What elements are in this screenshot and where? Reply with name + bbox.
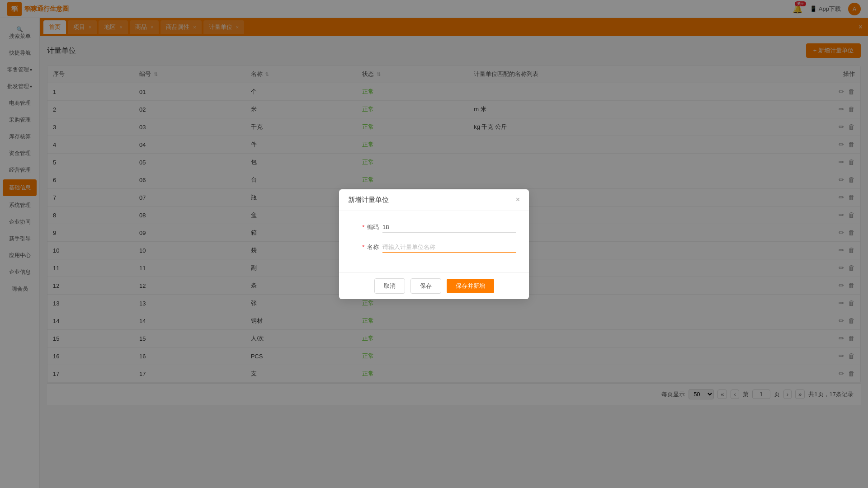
save-button[interactable]: 保存 xyxy=(410,278,441,294)
add-measure-unit-modal: 新增计量单位 × * 编码 * 名称 取消 保存 保存并新增 xyxy=(339,189,529,299)
code-form-row: * 编码 xyxy=(352,222,516,233)
modal-close-btn[interactable]: × xyxy=(516,196,520,204)
name-label: * 名称 xyxy=(352,243,379,251)
modal-footer: 取消 保存 保存并新增 xyxy=(339,272,529,299)
modal-overlay: 新增计量单位 × * 编码 * 名称 取消 保存 保存并新增 xyxy=(0,0,868,488)
cancel-button[interactable]: 取消 xyxy=(374,278,405,294)
name-required-star: * xyxy=(362,244,364,250)
modal-header: 新增计量单位 × xyxy=(339,189,529,211)
modal-body: * 编码 * 名称 xyxy=(339,211,529,272)
name-input[interactable] xyxy=(382,242,516,253)
save-and-new-button[interactable]: 保存并新增 xyxy=(447,279,494,293)
code-input[interactable] xyxy=(382,222,516,233)
code-required-star: * xyxy=(362,224,364,230)
name-form-row: * 名称 xyxy=(352,242,516,253)
modal-title: 新增计量单位 xyxy=(348,196,389,204)
code-label: * 编码 xyxy=(352,223,379,231)
